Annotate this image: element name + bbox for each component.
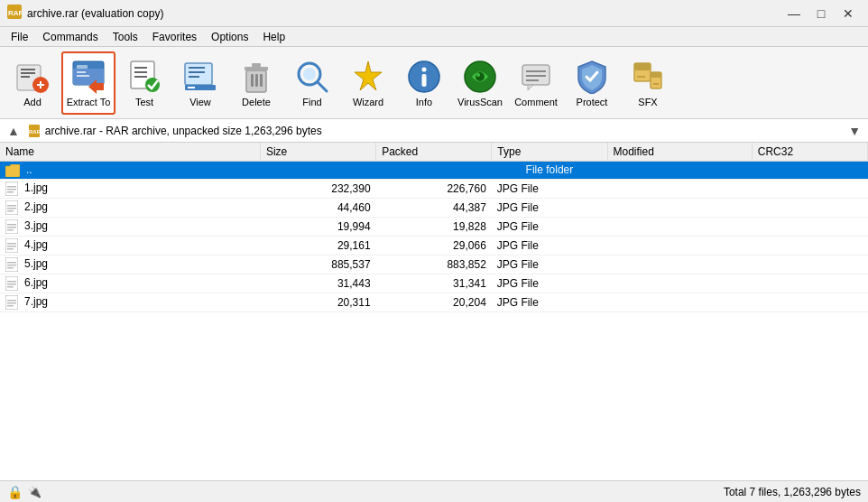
toolbar-delete-button[interactable]: Delete: [229, 51, 283, 115]
file-icon: [5, 219, 21, 232]
menu-item-favorites[interactable]: Favorites: [145, 29, 204, 45]
file-type: JPG File: [492, 274, 607, 293]
column-header-crc32[interactable]: CRC32: [752, 143, 867, 162]
toolbar-view-button[interactable]: View: [173, 51, 227, 115]
toolbar-extract-button[interactable]: Extract To: [61, 51, 115, 115]
table-row[interactable]: 4.jpg29,16129,066JPG File: [0, 236, 868, 255]
table-row[interactable]: ..File folder: [0, 162, 868, 180]
column-header-modified[interactable]: Modified: [607, 143, 752, 162]
svg-rect-52: [653, 83, 659, 85]
toolbar: Add Extract To Test View Delete Find Wiz…: [0, 47, 868, 119]
toolbar-sfx-label: SFX: [638, 97, 657, 107]
menu-item-file[interactable]: File: [4, 29, 35, 45]
table-row[interactable]: 7.jpg20,31120,204JPG File: [0, 293, 868, 311]
file-size: 29,161: [260, 236, 375, 255]
svg-rect-73: [7, 265, 16, 266]
svg-point-37: [422, 67, 427, 71]
svg-line-34: [318, 82, 327, 91]
toolbar-virusscan-button[interactable]: VirusScan: [453, 51, 507, 115]
view-icon: [182, 59, 218, 95]
toolbar-sfx-button[interactable]: SFX: [621, 51, 675, 115]
svg-rect-21: [189, 67, 205, 69]
toolbar-add-button[interactable]: Add: [5, 51, 60, 115]
svg-point-41: [476, 73, 480, 77]
status-bar: 🔒 🔌 Total 7 files, 1,263,296 bytes: [0, 480, 868, 502]
column-header-name[interactable]: Name: [0, 143, 260, 162]
maximize-button[interactable]: □: [808, 5, 834, 23]
toolbar-wizard-button[interactable]: Wizard: [341, 51, 395, 115]
file-icon: [5, 257, 21, 270]
svg-rect-8: [40, 81, 42, 88]
menu-item-options[interactable]: Options: [204, 29, 255, 45]
file-icon: [5, 181, 21, 194]
comment-icon: [518, 59, 554, 95]
file-name: 4.jpg: [0, 236, 260, 255]
file-packed: 31,341: [376, 274, 492, 293]
toolbar-info-button[interactable]: Info: [397, 51, 451, 115]
svg-rect-4: [21, 72, 35, 74]
file-type: JPG File: [492, 293, 607, 311]
menu-item-tools[interactable]: Tools: [106, 29, 145, 45]
virusscan-icon: [462, 59, 498, 95]
file-icon: [5, 276, 21, 289]
svg-rect-27: [245, 67, 268, 70]
toolbar-protect-button[interactable]: Protect: [565, 51, 619, 115]
toolbar-view-label: View: [189, 97, 211, 107]
svg-rect-25: [188, 87, 195, 88]
file-name: 2.jpg: [0, 198, 260, 217]
folder-icon: [5, 163, 23, 176]
status-text: Total 7 files, 1,263,296 bytes: [42, 486, 861, 498]
toolbar-protect-label: Protect: [577, 97, 608, 107]
archive-icon: RAR: [27, 124, 42, 138]
svg-rect-81: [7, 302, 16, 304]
file-modified: [607, 162, 752, 180]
svg-point-33: [303, 68, 316, 80]
column-header-type[interactable]: Type: [492, 143, 607, 162]
file-modified: [607, 217, 752, 236]
navigate-up-button[interactable]: ▲: [4, 124, 23, 138]
svg-rect-13: [77, 75, 89, 77]
menu-item-help[interactable]: Help: [255, 29, 292, 45]
table-row[interactable]: 2.jpg44,46044,387JPG File: [0, 198, 868, 217]
table-row[interactable]: 5.jpg885,537883,852JPG File: [0, 255, 868, 274]
svg-rect-65: [7, 227, 16, 228]
file-modified: [607, 293, 752, 311]
toolbar-wizard-label: Wizard: [353, 97, 383, 107]
file-size: 232,390: [260, 179, 375, 198]
toolbar-comment-button[interactable]: Comment: [509, 51, 563, 115]
file-modified: [607, 274, 752, 293]
column-header-size[interactable]: Size: [260, 143, 375, 162]
table-row[interactable]: 6.jpg31,44331,341JPG File: [0, 274, 868, 293]
file-crc32: [752, 274, 867, 293]
menu-item-commands[interactable]: Commands: [35, 29, 105, 45]
file-size: 19,994: [260, 217, 375, 236]
file-name: 5.jpg: [0, 255, 260, 274]
svg-rect-57: [7, 189, 16, 191]
column-header-packed[interactable]: Packed: [376, 143, 492, 162]
file-size: 44,460: [260, 198, 375, 217]
delete-icon: [238, 59, 274, 95]
svg-rect-3: [21, 69, 35, 70]
file-modified: [607, 198, 752, 217]
file-icon: [5, 200, 21, 213]
find-icon: [294, 59, 330, 95]
svg-rect-82: [7, 305, 14, 307]
toolbar-test-button[interactable]: Test: [117, 51, 171, 115]
wizard-icon: [350, 59, 386, 95]
file-packed: 883,852: [376, 255, 492, 274]
toolbar-virusscan-label: VirusScan: [457, 97, 503, 107]
minimize-button[interactable]: —: [781, 5, 807, 23]
sfx-icon: [630, 59, 666, 95]
close-button[interactable]: ✕: [836, 5, 861, 23]
svg-rect-77: [7, 284, 16, 285]
file-packed: 20,204: [376, 293, 492, 311]
table-row[interactable]: 3.jpg19,99419,828JPG File: [0, 217, 868, 236]
app-icon: RAR: [7, 5, 22, 22]
table-row[interactable]: 1.jpg232,390226,760JPG File: [0, 179, 868, 198]
status-icon2: 🔌: [28, 486, 42, 498]
svg-rect-51: [637, 76, 645, 78]
file-type: File folder: [492, 162, 607, 180]
toolbar-find-button[interactable]: Find: [285, 51, 339, 115]
expand-button[interactable]: ▼: [845, 124, 864, 138]
file-type: JPG File: [492, 236, 607, 255]
